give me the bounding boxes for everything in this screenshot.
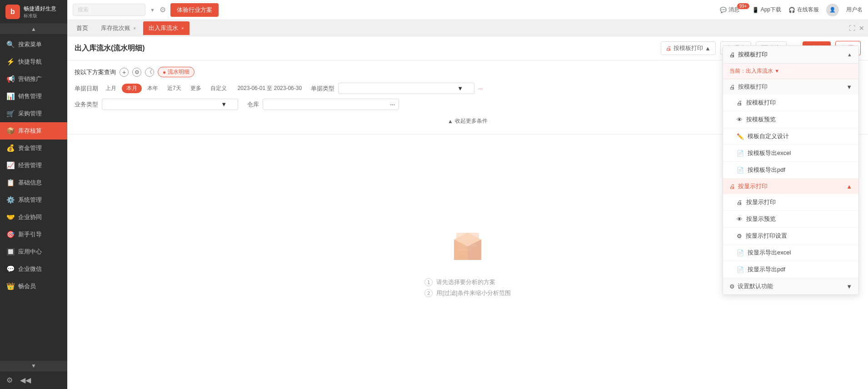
sidebar-item-basic-info[interactable]: 📋 基础信息 xyxy=(0,174,67,191)
dropdown-item-display-pdf[interactable]: 📄 按显示导出pdf xyxy=(723,261,858,278)
business-type-field: 业务类型 ▼ xyxy=(75,99,238,110)
dropdown-print-icon: 🖨 xyxy=(729,51,735,58)
sidebar-item-label: 资金管理 xyxy=(18,144,42,152)
dropdown-item-template-preview[interactable]: 👁 按模板预览 xyxy=(723,111,858,128)
tab-flow[interactable]: 出入库流水 × xyxy=(143,21,189,35)
collapse-sidebar-icon[interactable]: ◀◀ xyxy=(20,376,31,384)
dropdown-header-chevron-icon: ▲ xyxy=(847,52,852,57)
sidebar-item-sales[interactable]: 📊 销售管理 xyxy=(0,88,67,105)
sidebar-item-enterprise[interactable]: 🤝 企业协同 xyxy=(0,209,67,226)
inventory-icon: 📦 xyxy=(6,127,15,135)
sidebar-item-app-center[interactable]: 🔲 应用中心 xyxy=(0,243,67,260)
date-range-display: 2023-06-01 至 2023-06-30 xyxy=(238,85,302,92)
header-gear-icon[interactable]: ⚙ xyxy=(160,5,166,14)
dropdown-display-section-header[interactable]: 🖨 按显示打印 ▲ xyxy=(723,179,858,194)
header-search-box[interactable]: 搜索 xyxy=(73,4,145,16)
tabs-bar: 首页 库存批次账 × 出入库流水 × ⛶ ✕ xyxy=(67,20,868,36)
display-print-label: 按显示打印 xyxy=(746,198,776,206)
sidebar-item-search[interactable]: 🔍 搜索菜单 xyxy=(0,36,67,53)
app-logo-icon: b xyxy=(5,5,20,19)
display-pdf-icon: 📄 xyxy=(737,266,744,273)
sidebar-scroll-up[interactable]: ▲ xyxy=(0,24,67,34)
doc-type-more[interactable]: ··· xyxy=(478,85,483,92)
notifications-btn[interactable]: 💬 消息 99+ xyxy=(720,6,745,14)
sidebar-item-purchase[interactable]: 🛒 采购管理 xyxy=(0,105,67,122)
dropdown-template-section-header[interactable]: 🖨 按模板打印 ▼ xyxy=(723,79,858,95)
sidebar-item-label: 企业微信 xyxy=(18,265,42,273)
dropdown-title: 按模板打印 xyxy=(738,50,768,59)
doc-type-select[interactable]: ▼ xyxy=(338,83,474,94)
tab-batch-close-icon[interactable]: × xyxy=(133,25,136,31)
date-tab-this-year[interactable]: 本年 xyxy=(144,84,162,93)
warehouse-input[interactable]: ··· xyxy=(263,99,399,110)
date-tab-last-month[interactable]: 上月 xyxy=(102,84,120,93)
sidebar-item-wechat[interactable]: 💬 企业微信 xyxy=(0,260,67,278)
sidebar-item-label: 新手引导 xyxy=(18,230,42,239)
dropdown-item-template-excel[interactable]: 📄 按模板导出excel xyxy=(723,145,858,162)
app-download-label: App下载 xyxy=(761,6,781,14)
display-settings-label: 按显示打印设置 xyxy=(746,232,787,240)
sidebar-item-operations[interactable]: 📈 经营管理 xyxy=(0,157,67,174)
filter-add-btn[interactable]: + xyxy=(120,68,129,77)
step-1-text: 请先选择要分析的方案 xyxy=(436,278,495,286)
username-label: 用户名 xyxy=(846,6,863,14)
tab-flow-close-icon[interactable]: × xyxy=(181,25,184,31)
finance-icon: 💰 xyxy=(6,144,15,152)
doc-type-field: 单据类型 ▼ ··· xyxy=(311,83,483,94)
date-tab-custom[interactable]: 自定义 xyxy=(207,84,230,93)
app-download-btn[interactable]: 📱 App下载 xyxy=(752,6,781,14)
sidebar-item-member[interactable]: 👑 畅会员 xyxy=(0,278,67,295)
print-template-btn[interactable]: 🖨 按模板打印 ▲ xyxy=(661,41,716,55)
sidebar-item-finance[interactable]: 💰 资金管理 xyxy=(0,140,67,157)
service-label: 在线客服 xyxy=(797,6,819,14)
template-excel-icon: 📄 xyxy=(737,150,744,157)
tab-home-label: 首页 xyxy=(76,24,88,32)
print-label: 按模板打印 xyxy=(673,44,703,52)
filter-setting-btn[interactable]: ⚙ xyxy=(132,68,141,77)
sales-icon: 📊 xyxy=(6,92,15,100)
dropdown-footer[interactable]: ⚙ 设置默认功能 ▼ xyxy=(723,278,858,294)
sidebar: b 畅捷通好生意 标准版 ▲ 🔍 搜索菜单 ⚡ 快捷导航 📢 营销推广 📊 销售… xyxy=(0,0,67,389)
business-type-select[interactable]: ▼ xyxy=(102,99,238,110)
sidebar-item-marketing[interactable]: 📢 营销推广 xyxy=(0,70,67,88)
tab-close-all-icon[interactable]: ✕ xyxy=(859,25,864,32)
sidebar-item-inventory[interactable]: 📦 库存核算 xyxy=(0,122,67,140)
empty-step-2: 2 用[过滤]条件来缩小分析范围 xyxy=(424,289,510,297)
dropdown-item-display-print[interactable]: 🖨 按显示打印 xyxy=(723,194,858,211)
online-service-btn[interactable]: 🎧 在线客服 xyxy=(788,6,819,14)
dropdown-item-display-preview[interactable]: 👁 按显示预览 xyxy=(723,211,858,228)
sidebar-item-system[interactable]: ⚙️ 系统管理 xyxy=(0,191,67,209)
display-preview-label: 按显示预览 xyxy=(746,215,776,223)
trial-btn[interactable]: 体验行业方案 xyxy=(170,3,219,17)
doc-type-label: 单据类型 xyxy=(311,85,334,93)
tab-maximize-icon[interactable]: ⛶ xyxy=(849,25,855,32)
dropdown-item-template-pdf[interactable]: 📄 按模板导出pdf xyxy=(723,162,858,179)
page-title: 出入库流水(流水明细) xyxy=(75,44,145,53)
date-tab-this-month[interactable]: 本月 xyxy=(122,84,142,93)
app-center-icon: 🔲 xyxy=(6,248,15,256)
empty-state: 1 请先选择要分析的方案 2 用[过滤]条件来缩小分析范围 xyxy=(424,224,510,300)
filter-collapse-btn[interactable]: 《 xyxy=(145,68,154,77)
settings-bottom-icon[interactable]: ⚙ xyxy=(6,376,13,384)
print-icon: 🖨 xyxy=(666,45,672,52)
date-tab-last-7[interactable]: 近7天 xyxy=(164,84,185,93)
date-tab-more[interactable]: 更多 xyxy=(187,84,205,93)
header-dropdown-icon[interactable]: ▼ xyxy=(150,7,155,13)
display-pdf-label: 按显示导出pdf xyxy=(748,265,785,274)
dropdown-item-template-print[interactable]: 🖨 按模板打印 xyxy=(723,95,858,111)
sidebar-item-quick-nav[interactable]: ⚡ 快捷导航 xyxy=(0,53,67,70)
dropdown-item-display-excel[interactable]: 📄 按显示导出excel xyxy=(723,244,858,261)
filter-tag-icon: ● xyxy=(163,69,166,75)
template-pdf-icon: 📄 xyxy=(737,167,744,174)
dropdown-item-display-settings[interactable]: ⚙ 按显示打印设置 xyxy=(723,228,858,244)
tab-batch-account[interactable]: 库存批次账 × xyxy=(95,21,141,35)
sidebar-item-label: 应用中心 xyxy=(18,248,42,256)
tab-home[interactable]: 首页 xyxy=(71,21,94,35)
dropdown-item-template-design[interactable]: ✏️ 模板自定义设计 xyxy=(723,128,858,145)
sidebar-item-guide[interactable]: 🎯 新手引导 xyxy=(0,226,67,243)
filter-tag-label: 流水明细 xyxy=(168,68,190,76)
sidebar-item-label: 搜索菜单 xyxy=(18,40,42,49)
doc-type-dropdown-icon: ▼ xyxy=(457,85,463,92)
sidebar-scroll-down[interactable]: ▼ xyxy=(0,361,67,371)
avatar[interactable]: 👤 xyxy=(826,4,839,16)
